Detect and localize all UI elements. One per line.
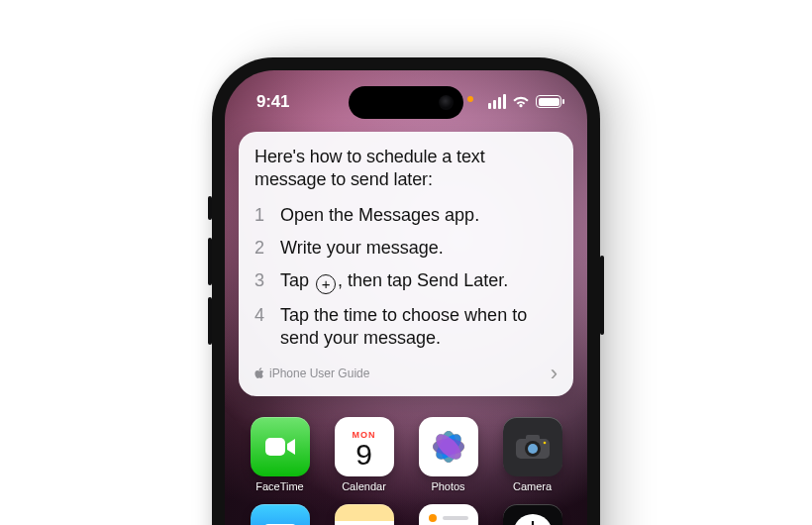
step-number: 4 — [254, 304, 268, 327]
chevron-right-icon: › — [551, 361, 558, 386]
siri-source[interactable]: iPhone User Guide › — [254, 361, 558, 386]
siri-step: 1 Open the Messages app. — [254, 199, 558, 232]
status-right — [488, 94, 561, 109]
reminders-icon — [419, 504, 478, 525]
wifi-icon — [512, 95, 530, 109]
step-text: Open the Messages app. — [280, 204, 479, 227]
clock-icon — [503, 504, 562, 525]
mute-switch[interactable] — [208, 196, 212, 220]
step-text: Write your message. — [280, 237, 444, 260]
app-label: Camera — [513, 480, 552, 492]
step-number: 3 — [254, 269, 268, 292]
camera-icon — [503, 417, 562, 476]
home-row: FaceTime MON 9 Calendar — [245, 417, 567, 492]
iphone-frame: 9:41 Here's how to schedule a text messa… — [212, 57, 600, 525]
app-notes[interactable]: Notes — [329, 504, 399, 525]
volume-up-button[interactable] — [208, 238, 212, 285]
app-reminders[interactable]: Reminders — [413, 504, 483, 525]
step-text: Tap +, then tap Send Later. — [280, 269, 508, 294]
app-facetime[interactable]: FaceTime — [245, 417, 315, 492]
siri-card-title: Here's how to schedule a text message to… — [254, 146, 558, 191]
battery-icon — [536, 95, 561, 108]
app-clock[interactable]: Clock — [497, 504, 567, 525]
app-calendar[interactable]: MON 9 Calendar — [329, 417, 399, 492]
siri-response-card[interactable]: Here's how to schedule a text message to… — [239, 132, 573, 396]
app-camera[interactable]: Camera — [497, 417, 567, 492]
step-text: Tap the time to choose when to send your… — [280, 304, 558, 350]
side-button[interactable] — [600, 256, 604, 335]
svg-point-12 — [528, 444, 538, 454]
photos-icon — [419, 417, 478, 476]
status-bar: 9:41 — [225, 88, 587, 118]
status-time: 9:41 — [256, 92, 289, 112]
app-label: FaceTime — [255, 480, 304, 492]
siri-step: 3 Tap +, then tap Send Later. — [254, 264, 558, 299]
calendar-icon: MON 9 — [335, 417, 394, 476]
notes-icon — [335, 504, 394, 525]
stage: 9:41 Here's how to schedule a text messa… — [0, 0, 812, 525]
app-mail[interactable]: Mail — [245, 504, 315, 525]
iphone-screen: 9:41 Here's how to schedule a text messa… — [225, 70, 587, 525]
step-number: 2 — [254, 237, 268, 260]
step-number: 1 — [254, 204, 268, 227]
svg-rect-10 — [526, 435, 540, 441]
cellular-signal-icon — [488, 94, 506, 109]
calendar-day: 9 — [355, 440, 372, 470]
app-label: Calendar — [342, 480, 386, 492]
siri-step: 2 Write your message. — [254, 232, 558, 264]
siri-source-text: iPhone User Guide — [269, 367, 369, 380]
mail-icon — [251, 504, 310, 525]
siri-step: 4 Tap the time to choose when to send yo… — [254, 299, 558, 355]
home-row: Mail Notes Reminders C — [245, 504, 567, 525]
svg-rect-0 — [265, 438, 285, 456]
app-photos[interactable]: Photos — [413, 417, 483, 492]
plus-circle-icon: + — [316, 274, 336, 294]
app-label: Photos — [431, 480, 464, 492]
apple-logo-icon — [254, 368, 264, 379]
siri-steps-list: 1 Open the Messages app. 2 Write your me… — [254, 199, 558, 355]
svg-point-13 — [543, 442, 546, 445]
volume-down-button[interactable] — [208, 297, 212, 345]
facetime-icon — [251, 417, 310, 476]
